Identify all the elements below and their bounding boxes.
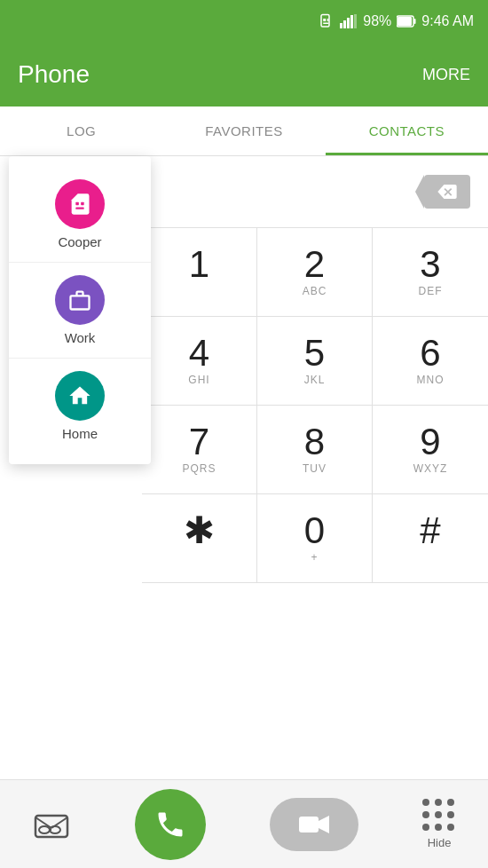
cooper-icon-circle [55,179,105,229]
dial-key-5[interactable]: 5 JKL [257,317,373,406]
work-label: Work [65,330,96,345]
svg-rect-14 [75,208,83,209]
svg-rect-11 [397,17,412,26]
more-button[interactable]: MORE [422,66,470,84]
home-icon [67,383,92,408]
app-title: Phone [18,60,90,89]
dropdown-item-work[interactable]: Work [9,263,151,359]
hide-label: Hide [428,836,452,849]
svg-rect-6 [347,18,350,28]
dial-letters-4: GHI [188,374,209,388]
dialpad-grid: 1 2 ABC 3 DEF 4 GHI 5 JKL 6 MNO 7 PQRS [142,227,488,583]
dial-key-hash[interactable]: # [373,494,488,583]
svg-rect-1 [324,19,327,21]
dial-key-star[interactable]: ✱ [142,494,257,583]
dial-letters-8: TUV [303,462,327,477]
call-button[interactable] [135,789,206,860]
dial-key-0[interactable]: 0 + [257,494,373,583]
dial-number-3: 3 [420,246,440,283]
dropdown-item-home[interactable]: Home [9,359,151,454]
svg-rect-2 [327,19,329,21]
dial-letters-5: JKL [304,374,326,388]
svg-marker-22 [319,816,329,833]
dial-letters-9: WXYZ [413,462,448,477]
tab-favorites[interactable]: FAVORITES [162,107,325,155]
svg-rect-3 [324,23,329,25]
tab-log[interactable]: LOG [0,107,162,155]
hide-dialpad-button[interactable]: Hide [422,799,456,849]
dial-number-2: 2 [304,246,325,283]
video-call-button[interactable] [270,798,358,851]
home-icon-circle [55,371,105,421]
backspace-button[interactable] [424,175,470,209]
dial-key-6[interactable]: 6 MNO [373,317,488,406]
dial-number-5: 5 [304,335,325,372]
voicemail-button[interactable] [32,805,71,844]
dial-key-3[interactable]: 3 DEF [373,228,488,317]
dial-key-8[interactable]: 8 TUV [257,406,373,494]
svg-rect-10 [414,19,416,24]
dial-number-star: ✱ [184,512,215,549]
work-briefcase-icon [67,288,92,312]
time-text: 9:46 AM [421,13,474,29]
sim-icon [319,13,335,29]
dropdown-item-cooper[interactable]: Cooper [9,167,151,263]
svg-rect-13 [81,202,84,206]
dial-key-4[interactable]: 4 GHI [142,317,257,406]
svg-rect-5 [343,20,346,28]
status-bar: 98% 9:46 AM [0,0,488,43]
svg-rect-4 [340,23,342,28]
dialpad-dots-icon [422,799,456,832]
tab-bar: LOG FAVORITES CONTACTS [0,107,488,156]
svg-point-18 [39,826,50,833]
svg-rect-7 [350,15,353,28]
svg-rect-21 [299,817,319,832]
dial-letters-7: PQRS [182,462,216,477]
app-bar: Phone MORE [0,43,488,107]
main-content: Cooper Work Home [0,156,488,779]
dial-number-8: 8 [304,423,325,461]
dial-number-hash: # [420,512,440,549]
voicemail-icon [32,805,71,844]
cooper-label: Cooper [58,234,101,249]
tab-contacts[interactable]: CONTACTS [326,107,488,155]
dial-number-4: 4 [189,335,209,372]
dial-letters-0: + [311,551,318,565]
home-label: Home [62,426,98,441]
work-icon-circle [55,275,105,325]
dial-letters-2: ABC [303,285,327,299]
bottom-bar: Hide [0,779,488,868]
battery-text: 98% [363,13,391,29]
dial-number-0: 0 [304,512,325,549]
status-icons: 98% 9:46 AM [319,13,474,29]
signal-icon [340,14,358,28]
dial-number-9: 9 [420,423,440,461]
backspace-icon [437,185,457,199]
dial-key-7[interactable]: 7 PQRS [142,406,257,494]
battery-icon [397,15,416,28]
contact-type-dropdown: Cooper Work Home [9,156,151,464]
sim-card-icon [67,192,92,217]
dial-letters-3: DEF [419,285,443,299]
dial-key-9[interactable]: 9 WXYZ [373,406,488,494]
dial-letters-6: MNO [417,374,445,388]
dialpad-display [142,156,488,227]
dial-number-7: 7 [189,423,209,461]
phone-icon [154,809,186,840]
dial-key-2[interactable]: 2 ABC [257,228,373,317]
dial-number-1: 1 [189,246,209,283]
dial-key-1[interactable]: 1 [142,228,257,317]
dial-number-6: 6 [420,335,440,372]
video-icon [299,814,329,835]
svg-rect-12 [75,202,79,206]
svg-rect-8 [354,14,357,28]
